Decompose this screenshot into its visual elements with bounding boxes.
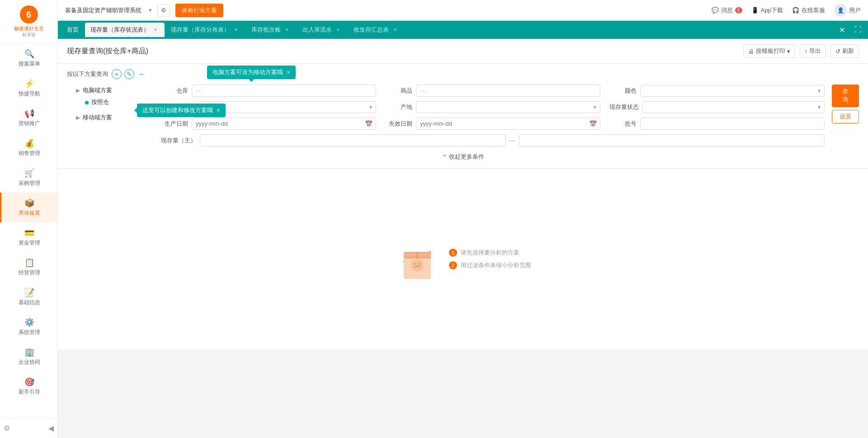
messages-badge: 6 <box>735 7 742 13</box>
collapse-filter-button[interactable]: ⌃ 收起更多条件 <box>67 149 859 163</box>
sidebar-item-sales[interactable]: 💰 销售管理 <box>0 133 57 163</box>
logo-icon: 6 <box>20 5 38 24</box>
active-dot <box>85 101 89 104</box>
filter-button-col: 查询 设置 <box>825 85 859 123</box>
batch-no-label: 批号 <box>609 120 637 128</box>
expiry-date-calendar-icon[interactable]: 📅 <box>589 120 597 127</box>
sidebar-item-label: 资金管理 <box>19 239 40 247</box>
inventory-icon: 📦 <box>24 198 34 208</box>
search-icon: 🔍 <box>24 49 34 59</box>
sidebar-item-marketing[interactable]: 📢 营销推广 <box>0 103 57 133</box>
sidebar-bottom: ⚙ ◀ <box>0 418 57 438</box>
step-2-text: 用过滤条件来缩小分析范围 <box>461 261 531 269</box>
batch-no-input[interactable] <box>640 118 825 130</box>
sidebar-item-guide[interactable]: 🎯 新手引导 <box>0 372 57 401</box>
tab-inventory-status[interactable]: 现存量（库存状况表） × <box>85 23 165 37</box>
user-avatar: 👤 <box>834 4 847 17</box>
goods-label: 商品 <box>385 87 412 95</box>
origin-select[interactable]: ▾ <box>416 101 600 113</box>
tooltip1-close[interactable]: × <box>287 69 290 76</box>
tab-inout-flow-label: 出入库流水 <box>302 26 332 34</box>
filter-expiry-date: 失效日期 📅 <box>385 118 600 130</box>
gear-button[interactable]: ⚙ <box>157 4 170 17</box>
sidebar-item-operations[interactable]: 📋 经营管理 <box>0 252 57 282</box>
back-scheme-button[interactable]: ← <box>137 69 147 79</box>
sidebar-item-inventory[interactable]: 📦 库存核算 <box>0 193 57 222</box>
tab-inventory-dist-label: 现存量（库存分布表） <box>171 26 230 34</box>
filter-row-1: 仓库 ··· 商品 ··· <box>161 85 825 97</box>
app-download-label: App下载 <box>761 6 783 14</box>
sidebar-item-label: 搜索菜单 <box>19 60 40 68</box>
top-header: 装备及固定资产辅助管理系统 ▾ ⚙ 体验行业方案 💬 消息 6 📱 App下载 … <box>58 0 868 21</box>
app-download-item[interactable]: 📱 App下载 <box>751 6 783 14</box>
tab-inventory-dist-close[interactable]: × <box>232 26 240 33</box>
sidebar-item-system[interactable]: ⚙️ 系统管理 <box>0 312 57 342</box>
tab-close-all-icon[interactable]: ✕ <box>835 24 848 36</box>
collapse-sidebar-icon[interactable]: ◀ <box>48 424 54 433</box>
tab-inventory-status-label: 现存量（库存状况表） <box>90 26 149 34</box>
sidebar-item-purchase[interactable]: 🛒 采购管理 <box>0 163 57 193</box>
tab-bar-right: ✕ ⛶ <box>835 24 864 36</box>
tooltip-text-1: 电脑方案可设为移动方案哦 <box>212 68 283 76</box>
print-button[interactable]: 🖨 按模板打印 ▾ <box>743 44 795 58</box>
purchase-icon: 🛒 <box>24 168 34 178</box>
step-1-num: 1 <box>449 249 457 257</box>
tab-inout-flow-close[interactable]: × <box>335 26 342 33</box>
export-button[interactable]: ↑ 导出 <box>800 44 826 58</box>
tab-inventory-status-close[interactable]: × <box>152 26 159 33</box>
sidebar-item-enterprise[interactable]: 🏢 企业协同 <box>0 342 57 372</box>
filter-color: 颜色 ▾ <box>609 85 825 97</box>
filter-origin: 产地 ▾ <box>385 101 600 113</box>
empty-text: 1 请先选择要分析的方案 2 用过滤条件来缩小分析范围 <box>449 249 531 269</box>
operations-icon: 📋 <box>24 258 34 268</box>
experience-button[interactable]: 体验行业方案 <box>175 4 223 17</box>
tab-inout-flow[interactable]: 出入库流水 × <box>297 23 347 37</box>
edit-scheme-button[interactable]: ✎ <box>124 69 134 79</box>
filter-goods: 商品 ··· <box>385 85 600 97</box>
tab-home[interactable]: 首页 <box>61 23 84 37</box>
inventory-main-max[interactable] <box>519 134 825 146</box>
system-title-dropdown-icon[interactable]: ▾ <box>149 7 152 14</box>
color-select[interactable]: ▾ <box>640 85 825 97</box>
sidebar-item-quick-nav[interactable]: ⚡ 快捷导航 <box>0 73 57 103</box>
inv-status-dropdown-icon: ▾ <box>818 104 821 110</box>
sidebar-item-label: 库存核算 <box>19 209 40 217</box>
tab-inventory-batch[interactable]: 库存批次账 × <box>246 23 296 37</box>
settings-button[interactable]: 设置 <box>832 110 859 123</box>
warehouse-select[interactable]: ··· <box>192 85 376 97</box>
user-item[interactable]: 👤 用户 <box>834 4 861 17</box>
refresh-button[interactable]: ↺ 刷新 <box>830 44 859 58</box>
tab-inventory-batch-close[interactable]: × <box>283 26 291 33</box>
sidebar-item-search[interactable]: 🔍 搜索菜单 <box>0 43 57 73</box>
tab-receive-summary[interactable]: 收发存汇总表 × <box>348 23 404 37</box>
tooltip2-close[interactable]: × <box>217 107 220 114</box>
goods-select[interactable]: ··· <box>416 85 600 97</box>
sidebar-item-basic-info[interactable]: 📝 基础信息 <box>0 282 57 312</box>
online-service-item[interactable]: 🎧 在线客服 <box>792 6 825 14</box>
empty-step-2: 2 用过滤条件来缩小分析范围 <box>449 261 531 269</box>
scheme-tree-desktop[interactable]: ▶ 电脑端方案 <box>76 85 157 96</box>
range-dash: — <box>509 137 515 144</box>
basic-info-icon: 📝 <box>24 287 34 297</box>
message-icon: 💬 <box>712 7 719 14</box>
sidebar-item-label: 采购管理 <box>19 179 40 187</box>
marketing-icon: 📢 <box>24 108 34 118</box>
guide-icon: 🎯 <box>24 377 34 387</box>
production-date-calendar-icon[interactable]: 📅 <box>365 120 373 127</box>
production-date-wrapper: 📅 <box>192 118 376 130</box>
settings-bottom-icon[interactable]: ⚙ <box>4 424 10 433</box>
inventory-status-select[interactable]: ▾ <box>642 101 825 113</box>
tab-receive-summary-close[interactable]: × <box>392 26 399 33</box>
sidebar-item-label: 企业协同 <box>19 358 40 366</box>
tab-inventory-dist[interactable]: 现存量（库存分布表） × <box>165 23 245 37</box>
expiry-date-input[interactable] <box>416 118 600 130</box>
add-scheme-button[interactable]: + <box>112 69 122 79</box>
warehouse-label: 仓库 <box>161 87 188 95</box>
production-date-input[interactable] <box>192 118 376 130</box>
messages-item[interactable]: 💬 消息 6 <box>712 6 742 14</box>
tab-fullscreen-icon[interactable]: ⛶ <box>852 24 864 36</box>
sidebar-item-asset[interactable]: 💳 资金管理 <box>0 222 57 252</box>
inventory-main-min[interactable] <box>200 134 506 146</box>
print-icon: 🖨 <box>748 48 754 55</box>
query-button[interactable]: 查询 <box>832 85 859 107</box>
